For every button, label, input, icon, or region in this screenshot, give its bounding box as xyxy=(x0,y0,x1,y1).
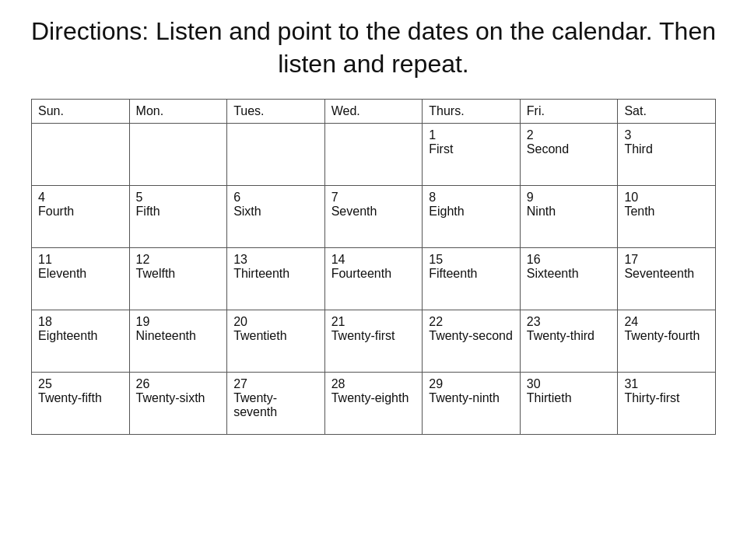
day-name: Thirteenth xyxy=(233,267,318,281)
day-name: Thirty-first xyxy=(624,391,709,405)
calendar-cell-w2-d5: 8Eighth xyxy=(423,186,521,248)
day-name: Twentieth xyxy=(233,329,318,343)
calendar-cell-w4-d2: 19Nineteenth xyxy=(129,310,227,373)
day-name: Twenty-sixth xyxy=(136,391,221,405)
day-number: 12 xyxy=(136,253,221,267)
calendar-cell-w1-d6: 2Second xyxy=(520,124,618,186)
calendar-cell-w1-d2 xyxy=(129,124,227,186)
day-name: Ninth xyxy=(527,205,612,219)
week-row-4: 18Eighteenth19Nineteenth20Twentieth21Twe… xyxy=(32,310,716,373)
day-number: 30 xyxy=(527,377,612,391)
day-number: 22 xyxy=(429,315,514,329)
calendar-cell-w5-d1: 25Twenty-fifth xyxy=(32,373,130,435)
day-number: 8 xyxy=(429,191,514,205)
day-name: Sixteenth xyxy=(527,267,612,281)
day-number: 3 xyxy=(624,128,709,142)
day-name: Fourteenth xyxy=(331,267,416,281)
week-row-5: 25Twenty-fifth26Twenty-sixth27Twenty-sev… xyxy=(32,373,716,435)
day-name: Fifteenth xyxy=(429,267,514,281)
day-name: Twenty-eighth xyxy=(331,391,416,405)
day-number: 19 xyxy=(136,315,221,329)
header-sat: Sat. xyxy=(618,100,716,124)
calendar-cell-w2-d1: 4Fourth xyxy=(32,186,130,248)
calendar-cell-w4-d1: 18Eighteenth xyxy=(32,310,130,373)
day-name: Second xyxy=(527,142,612,156)
day-name: Sixth xyxy=(233,205,318,219)
header-wed: Wed. xyxy=(324,100,423,124)
day-name: Eleventh xyxy=(38,267,123,281)
calendar-cell-w1-d3 xyxy=(227,124,325,186)
day-name: Eighth xyxy=(429,205,514,219)
day-number: 9 xyxy=(527,191,612,205)
day-number: 23 xyxy=(527,315,612,329)
day-number: 13 xyxy=(233,253,318,267)
day-name: Third xyxy=(624,142,709,156)
day-name: Tenth xyxy=(624,205,709,219)
day-name: Eighteenth xyxy=(38,329,123,343)
calendar-cell-w2-d7: 10Tenth xyxy=(618,186,716,248)
header-thurs: Thurs. xyxy=(423,100,521,124)
day-number: 17 xyxy=(624,253,709,267)
calendar-cell-w2-d6: 9Ninth xyxy=(520,186,618,248)
day-name: Twenty-ninth xyxy=(429,391,514,405)
day-name: Twenty-fifth xyxy=(38,391,123,405)
calendar-cell-w2-d2: 5Fifth xyxy=(129,186,227,248)
calendar-cell-w3-d1: 11Eleventh xyxy=(32,248,130,310)
calendar-cell-w4-d4: 21Twenty-first xyxy=(324,310,423,373)
week-row-3: 11Eleventh12Twelfth13Thirteenth14Fourtee… xyxy=(32,248,716,310)
day-number: 18 xyxy=(38,315,123,329)
day-number: 20 xyxy=(233,315,318,329)
day-number: 10 xyxy=(624,191,709,205)
week-row-1: 1First2Second3Third xyxy=(32,124,716,186)
calendar-cell-w1-d5: 1First xyxy=(423,124,521,186)
calendar-cell-w3-d2: 12Twelfth xyxy=(129,248,227,310)
calendar-cell-w5-d2: 26Twenty-sixth xyxy=(129,373,227,435)
day-name: Twenty-first xyxy=(331,329,416,343)
calendar-cell-w4-d6: 23Twenty-third xyxy=(520,310,618,373)
header-sun: Sun. xyxy=(32,100,130,124)
day-name: First xyxy=(429,142,514,156)
calendar-cell-w5-d5: 29Twenty-ninth xyxy=(423,373,521,435)
day-name: Seventeenth xyxy=(624,267,709,281)
header-tues: Tues. xyxy=(227,100,325,124)
day-number: 6 xyxy=(233,191,318,205)
day-name: Twenty-seventh xyxy=(233,391,318,419)
day-number: 15 xyxy=(429,253,514,267)
day-number: 4 xyxy=(38,191,123,205)
calendar-cell-w5-d4: 28Twenty-eighth xyxy=(324,373,423,435)
day-number: 5 xyxy=(136,191,221,205)
page-title: Directions: Listen and point to the date… xyxy=(31,16,716,80)
day-number: 24 xyxy=(624,315,709,329)
day-name: Thirtieth xyxy=(527,391,612,405)
calendar-cell-w5-d6: 30Thirtieth xyxy=(520,373,618,435)
day-number: 29 xyxy=(429,377,514,391)
calendar-cell-w1-d7: 3Third xyxy=(618,124,716,186)
calendar-cell-w3-d6: 16Sixteenth xyxy=(520,248,618,310)
calendar-cell-w1-d4 xyxy=(324,124,423,186)
calendar-cell-w2-d3: 6Sixth xyxy=(227,186,325,248)
day-number: 25 xyxy=(38,377,123,391)
week-row-2: 4Fourth5Fifth6Sixth7Seventh8Eighth9Ninth… xyxy=(32,186,716,248)
day-name: Nineteenth xyxy=(136,329,221,343)
calendar-cell-w3-d3: 13Thirteenth xyxy=(227,248,325,310)
day-number: 31 xyxy=(624,377,709,391)
calendar-cell-w5-d3: 27Twenty-seventh xyxy=(227,373,325,435)
day-name: Twelfth xyxy=(136,267,221,281)
day-number: 26 xyxy=(136,377,221,391)
header-fri: Fri. xyxy=(520,100,618,124)
day-name: Twenty-second xyxy=(429,329,514,343)
day-name: Fifth xyxy=(136,205,221,219)
day-name: Twenty-third xyxy=(527,329,612,343)
day-number: 14 xyxy=(331,253,416,267)
day-number: 21 xyxy=(331,315,416,329)
day-number: 28 xyxy=(331,377,416,391)
header-mon: Mon. xyxy=(129,100,227,124)
calendar-cell-w1-d1 xyxy=(32,124,130,186)
calendar-cell-w3-d7: 17Seventeenth xyxy=(618,248,716,310)
day-name: Fourth xyxy=(38,205,123,219)
day-name: Seventh xyxy=(331,205,416,219)
calendar-cell-w5-d7: 31Thirty-first xyxy=(618,373,716,435)
calendar-cell-w4-d3: 20Twentieth xyxy=(227,310,325,373)
calendar-cell-w4-d5: 22Twenty-second xyxy=(423,310,521,373)
calendar-cell-w4-d7: 24Twenty-fourth xyxy=(618,310,716,373)
